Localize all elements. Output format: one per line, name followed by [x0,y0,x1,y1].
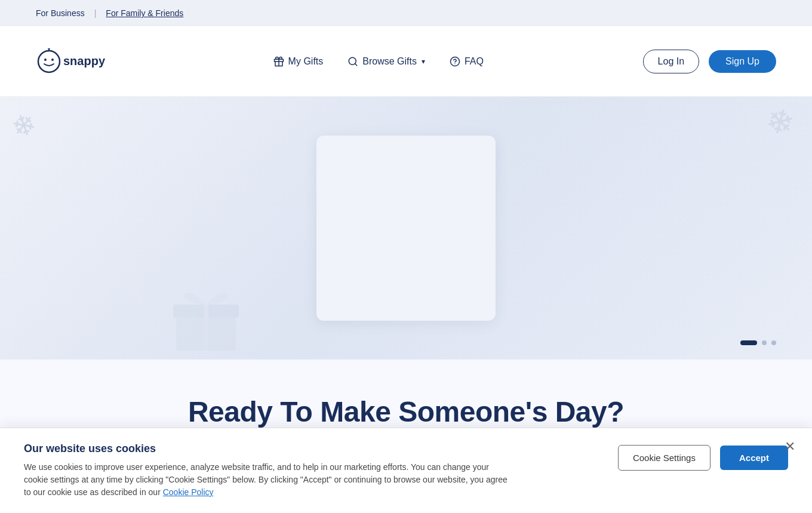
carousel-dot-2[interactable] [762,340,767,345]
carousel-dot-1[interactable] [740,340,757,345]
svg-line-9 [355,63,357,65]
top-bar: For Business | For Family & Friends [0,0,812,26]
snowflake-decoration-tr: ❄ [761,100,798,145]
cookie-body-text: We use cookies to improve user experienc… [24,461,513,499]
svg-point-2 [51,59,54,61]
topbar-divider: | [94,8,97,18]
snowflake-decoration-tl: ❄ [7,106,41,145]
nav-faq[interactable]: FAQ [449,56,484,67]
ready-title: Ready To Make Someone's Day? [36,395,776,428]
svg-point-1 [44,59,47,61]
svg-text:snappy: snappy [63,54,106,67]
question-icon [449,56,461,67]
hero-section: ❄ ❄ [0,97,812,360]
cookie-title: Our website uses cookies [24,443,594,455]
gift-decoration-bl [167,282,245,354]
for-family-link[interactable]: For Family & Friends [106,8,183,18]
main-nav: My Gifts Browse Gifts ▾ FAQ [273,56,484,67]
cookie-content: Our website uses cookies We use cookies … [24,443,788,499]
cookie-banner: ✕ Our website uses cookies We use cookie… [0,428,812,513]
cookie-body-main: We use cookies to improve user experienc… [24,462,508,497]
hero-product-card [316,136,496,321]
nav-my-gifts[interactable]: My Gifts [273,56,324,67]
cookie-actions: Cookie Settings Accept [618,445,788,471]
cookie-policy-link[interactable]: Cookie Policy [163,487,214,497]
snappy-logo[interactable]: snappy [36,48,113,75]
cookie-settings-button[interactable]: Cookie Settings [618,445,710,471]
search-icon [347,56,359,67]
svg-point-0 [38,51,60,72]
for-business-link[interactable]: For Business [36,8,85,18]
cookie-accept-button[interactable]: Accept [720,446,788,470]
gift-icon [273,56,285,67]
close-cookie-banner-button[interactable]: ✕ [785,440,795,453]
chevron-down-icon: ▾ [422,57,425,66]
signup-button[interactable]: Sign Up [709,50,776,73]
login-button[interactable]: Log In [643,50,699,73]
carousel-dots [740,340,776,345]
nav-my-gifts-label: My Gifts [288,56,324,67]
cookie-text-area: Our website uses cookies We use cookies … [24,443,594,499]
nav-browse-gifts-label: Browse Gifts [362,56,417,67]
carousel-dot-3[interactable] [771,340,776,345]
nav-browse-gifts[interactable]: Browse Gifts ▾ [347,56,425,67]
svg-point-4 [48,48,50,50]
logo-area: snappy [36,48,113,75]
nav-faq-label: FAQ [465,56,484,67]
header-actions: Log In Sign Up [643,50,776,73]
header: snappy My Gifts [0,26,812,97]
